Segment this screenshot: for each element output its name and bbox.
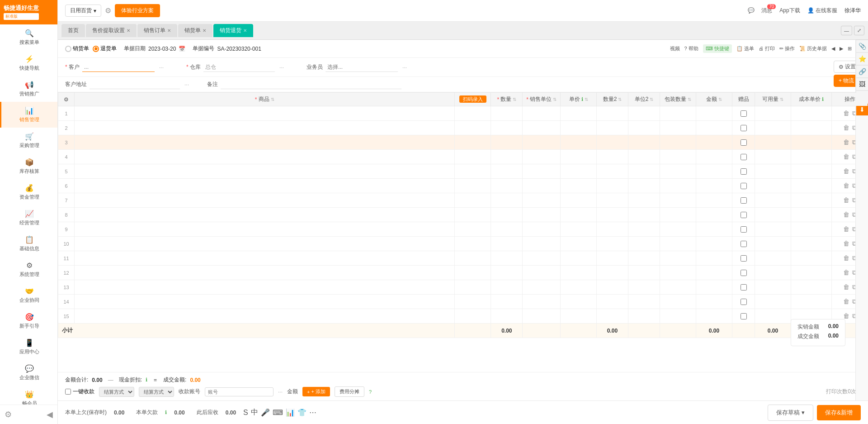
- cell-qty-6[interactable]: [491, 179, 523, 193]
- cell-cost-2[interactable]: [791, 121, 832, 135]
- cell-qty-3[interactable]: [491, 135, 523, 150]
- cell-amount-5[interactable]: [696, 164, 732, 179]
- cell-amount-1[interactable]: [696, 106, 732, 121]
- payment-method-select[interactable]: 结算方式: [99, 387, 134, 397]
- tool-icon-6[interactable]: 👕: [297, 408, 307, 417]
- cell-price-4[interactable]: [561, 150, 597, 164]
- cell-cost-7[interactable]: [791, 193, 832, 208]
- gift-checkbox-4[interactable]: [741, 154, 747, 160]
- cell-gift-3[interactable]: [732, 135, 755, 150]
- cell-product-6[interactable]: [75, 179, 455, 193]
- cell-cost-3[interactable]: [791, 135, 832, 150]
- cell-pack-11[interactable]: [660, 251, 696, 266]
- cell-unit-12[interactable]: [523, 266, 561, 280]
- sort-price-icon[interactable]: ⇅: [585, 97, 588, 102]
- cell-cost-9[interactable]: [791, 222, 832, 237]
- sidebar-item-sales[interactable]: 📊销售管理: [0, 102, 57, 128]
- cell-gift-1[interactable]: [732, 106, 755, 121]
- cell-price-2[interactable]: [561, 121, 597, 135]
- cell-pack-10[interactable]: [660, 237, 696, 251]
- delete-icon-11[interactable]: 🗑: [843, 254, 849, 262]
- cell-amount-7[interactable]: [696, 193, 732, 208]
- cell-price-1[interactable]: [561, 106, 597, 121]
- cell-cost-4[interactable]: [791, 150, 832, 164]
- radio-return[interactable]: 退货单: [93, 45, 117, 52]
- radio-sale[interactable]: 销货单: [65, 45, 89, 52]
- tab-close-4[interactable]: ✕: [243, 28, 247, 33]
- cell-pack-3[interactable]: [660, 135, 696, 150]
- cell-unit2-15[interactable]: [628, 309, 660, 324]
- cost-info-icon[interactable]: ℹ: [822, 96, 824, 102]
- delete-icon-8[interactable]: 🗑: [843, 211, 849, 219]
- cell-qty2-14[interactable]: [597, 295, 628, 309]
- cell-available-8[interactable]: [755, 208, 791, 222]
- cell-unit-7[interactable]: [523, 193, 561, 208]
- cell-product-9[interactable]: [75, 222, 455, 237]
- gift-checkbox-5[interactable]: [741, 168, 747, 175]
- industry-dropdown[interactable]: 日用百货 ▾: [65, 5, 101, 17]
- cell-amount-2[interactable]: [696, 121, 732, 135]
- cell-qty2-11[interactable]: [597, 251, 628, 266]
- cell-qty2-12[interactable]: [597, 266, 628, 280]
- delete-icon-3[interactable]: 🗑: [843, 138, 849, 146]
- warehouse-input[interactable]: [203, 62, 275, 72]
- collapse-icon[interactable]: ◀: [47, 410, 53, 419]
- cell-unit-5[interactable]: [523, 164, 561, 179]
- cell-qty-7[interactable]: [491, 193, 523, 208]
- cell-unit-15[interactable]: [523, 309, 561, 324]
- cell-qty-13[interactable]: [491, 280, 523, 295]
- gift-checkbox-15[interactable]: [741, 313, 747, 319]
- cell-qty-10[interactable]: [491, 237, 523, 251]
- cell-gift-15[interactable]: [732, 309, 755, 324]
- side-btn-1[interactable]: 📎: [856, 40, 868, 52]
- cell-unit-8[interactable]: [523, 208, 561, 222]
- cell-qty2-6[interactable]: [597, 179, 628, 193]
- toolbar-select[interactable]: 📋 选单: [736, 45, 754, 52]
- sidebar-item-guide[interactable]: 🎯新手引导: [0, 308, 57, 334]
- side-btn-3[interactable]: 🔗: [856, 65, 868, 78]
- cell-unit2-4[interactable]: [628, 150, 660, 164]
- tab-close-1[interactable]: ✕: [127, 28, 130, 33]
- address-input[interactable]: [90, 80, 180, 89]
- cell-unit2-1[interactable]: [628, 106, 660, 121]
- cell-available-2[interactable]: [755, 121, 791, 135]
- cell-amount-3[interactable]: [696, 135, 732, 150]
- side-btn-4[interactable]: 🖼: [856, 78, 868, 91]
- cell-pack-13[interactable]: [660, 280, 696, 295]
- scan-btn[interactable]: 扫码录入: [459, 95, 486, 103]
- cell-gift-7[interactable]: [732, 193, 755, 208]
- sort-unit2-icon[interactable]: ⇅: [650, 97, 653, 102]
- cell-qty-12[interactable]: [491, 266, 523, 280]
- cell-cost-14[interactable]: [791, 295, 832, 309]
- remark-input[interactable]: [221, 80, 401, 89]
- cell-unit2-6[interactable]: [628, 179, 660, 193]
- cell-pack-7[interactable]: [660, 193, 696, 208]
- cell-unit2-14[interactable]: [628, 295, 660, 309]
- cell-qty2-3[interactable]: [597, 135, 628, 150]
- sidebar-item-marketing[interactable]: 📢营销推广: [0, 76, 57, 102]
- tool-icon-3[interactable]: 🎤: [261, 408, 270, 417]
- tool-icon-7[interactable]: ⋯: [309, 408, 316, 417]
- price-info-icon[interactable]: ℹ: [581, 96, 583, 102]
- cell-product-10[interactable]: [75, 237, 455, 251]
- cell-available-1[interactable]: [755, 106, 791, 121]
- toolbar-shortcut[interactable]: ⌨ 快捷键: [703, 44, 732, 53]
- cell-gift-9[interactable]: [732, 222, 755, 237]
- sort-unit-icon[interactable]: ⇅: [553, 97, 557, 102]
- cell-cost-12[interactable]: [791, 266, 832, 280]
- toolbar-operate[interactable]: ✏ 操作: [779, 45, 795, 52]
- product-input-3[interactable]: [77, 139, 452, 146]
- toolbar-help[interactable]: ? 帮助: [684, 45, 698, 52]
- cell-available-6[interactable]: [755, 179, 791, 193]
- minimize-btn[interactable]: —: [841, 26, 852, 35]
- customer-dots[interactable]: ···: [159, 64, 164, 71]
- cell-amount-4[interactable]: [696, 150, 732, 164]
- gift-checkbox-10[interactable]: [741, 241, 747, 247]
- gift-checkbox-13[interactable]: [741, 284, 747, 291]
- toolbar-history[interactable]: 📜 历史单据: [799, 45, 827, 52]
- delete-icon-4[interactable]: 🗑: [843, 153, 849, 161]
- cell-unit2-11[interactable]: [628, 251, 660, 266]
- cell-qty2-1[interactable]: [597, 106, 628, 121]
- cell-available-10[interactable]: [755, 237, 791, 251]
- cell-cost-5[interactable]: [791, 164, 832, 179]
